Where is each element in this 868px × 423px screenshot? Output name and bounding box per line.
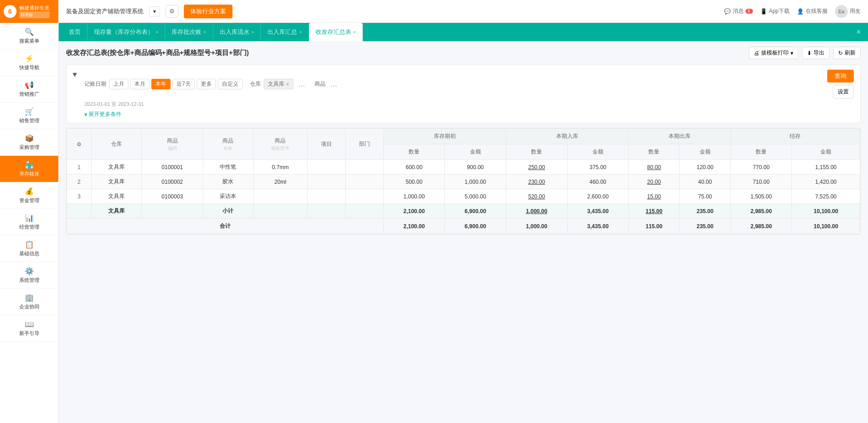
sidebar-item-quick[interactable]: ⚡ 快捷导航 — [0, 49, 58, 76]
row-name: 采访本 — [203, 189, 253, 204]
row-spec: 20ml — [253, 175, 308, 189]
enterprise-icon: 🏢 — [25, 293, 34, 302]
row-name: 中性笔 — [203, 160, 253, 175]
tab-stock-dist-label: 现存量（库存分布表） — [94, 28, 154, 36]
col-group-opening: 库存期初 — [383, 129, 506, 144]
date-btn-custom[interactable]: 自定义 — [218, 79, 243, 89]
date-btn-7days[interactable]: 近7天 — [172, 79, 195, 89]
goods-label: 商品 — [315, 80, 326, 88]
message-badge: 6 — [746, 9, 753, 14]
tab-batch[interactable]: 库存批次账 × — [165, 23, 213, 41]
col-in-qty: 数量 — [506, 144, 568, 160]
col-in-amt: 金额 — [567, 144, 629, 160]
tab-inout-flow[interactable]: 出入库流水 × — [213, 23, 261, 41]
filter-settings-button[interactable]: 设置 — [833, 85, 854, 99]
col-header-warehouse: 仓库 — [91, 129, 142, 160]
sidebar-item-search[interactable]: 🔍 搜索菜单 — [0, 23, 58, 49]
tab-receive-summary-label: 收发存汇总表 — [315, 28, 351, 36]
goods-more[interactable]: … — [328, 80, 339, 88]
settings-icon[interactable]: ⚙ — [166, 5, 178, 18]
tab-batch-close[interactable]: × — [203, 29, 206, 35]
tab-inout-flow-close[interactable]: × — [251, 29, 254, 35]
system-selector[interactable]: ▾ — [149, 6, 160, 16]
tabbar-close-all[interactable]: × — [853, 28, 864, 36]
sidebar-item-sales[interactable]: 🛒 销售管理 — [0, 103, 58, 129]
row-in-amt: 3,435.00 — [567, 204, 629, 219]
date-btn-last-month[interactable]: 上月 — [109, 79, 128, 89]
row-out-qty[interactable]: 80.00 — [629, 160, 680, 175]
tab-stock-dist[interactable]: 现存量（库存分布表） × — [88, 23, 165, 41]
footer-close-qty: 2,985.00 — [730, 219, 792, 234]
print-button[interactable]: 🖨 拔模板打印 ▾ — [749, 47, 798, 59]
tab-receive-summary[interactable]: 收发存汇总表 × — [309, 23, 363, 41]
row-in-qty[interactable]: 230.00 — [506, 175, 568, 189]
warehouse-more[interactable]: … — [296, 80, 307, 88]
query-button[interactable]: 查询 — [827, 70, 854, 82]
date-btn-this-month[interactable]: 本月 — [130, 79, 149, 89]
row-open-qty: 1,000.00 — [383, 189, 445, 204]
row-open-amt: 1,000.00 — [445, 175, 506, 189]
message-icon: 💬 — [724, 8, 731, 15]
row-close-amt: 1,420.00 — [792, 175, 860, 189]
footer-in-amt: 3,435.00 — [567, 219, 629, 234]
sidebar-item-label: 新手引导 — [19, 330, 39, 337]
row-close-qty: 710.00 — [730, 175, 792, 189]
sidebar-item-guide[interactable]: 📖 新手引导 — [0, 315, 58, 342]
col-out-qty: 数量 — [629, 144, 680, 160]
row-out-qty[interactable]: 15.00 — [629, 189, 680, 204]
warehouse-filter: 仓库 文具库 × … — [250, 79, 307, 89]
sidebar-item-label: 快捷导航 — [19, 64, 39, 71]
sidebar-item-marketing[interactable]: 📢 营销推广 — [0, 76, 58, 103]
row-in-qty[interactable]: 250.00 — [506, 160, 568, 175]
sidebar-item-business[interactable]: 📊 经营管理 — [0, 209, 58, 236]
tab-inout-summary[interactable]: 出入库汇总 × — [261, 23, 309, 41]
tab-receive-summary-close[interactable]: × — [353, 29, 356, 35]
row-out-qty[interactable]: 20.00 — [629, 175, 680, 189]
expand-conditions[interactable]: ▾ 展开更多条件 — [84, 110, 854, 118]
topbar: 装备及固定资产辅助管理系统 ▾ ⚙ 体验行业方案 💬 消息 6 📱 App下载 … — [59, 0, 868, 23]
quick-icon: ⚡ — [25, 54, 34, 63]
trial-button[interactable]: 体验行业方案 — [184, 5, 232, 18]
table-settings-icon[interactable]: ⚙ — [67, 129, 92, 160]
row-spec: 0.7mm — [253, 160, 308, 175]
tab-stock-dist-close[interactable]: × — [155, 29, 158, 35]
warehouse-tag: 文具库 × — [264, 79, 293, 89]
user-avatar: Ea — [835, 5, 848, 18]
row-in-qty[interactable]: 1,000.00 — [506, 204, 568, 219]
row-num: 2 — [67, 175, 92, 189]
user-item[interactable]: Ea 用友 — [835, 5, 861, 18]
sidebar-item-inventory[interactable]: 🏪 库存核算 — [0, 156, 58, 182]
warehouse-label: 仓库 — [250, 80, 261, 88]
sidebar-nav: 🔍 搜索菜单 ⚡ 快捷导航 📢 营销推广 🛒 销售管理 📦 采购管理 🏪 库存核… — [0, 23, 58, 423]
row-project — [308, 160, 346, 175]
page-actions: 🖨 拔模板打印 ▾ ⬇ 导出 ↻ 刷新 — [749, 47, 861, 59]
sidebar-item-finance[interactable]: 💰 资金管理 — [0, 182, 58, 209]
refresh-button[interactable]: ↻ 刷新 — [833, 47, 861, 59]
export-button[interactable]: ⬇ 导出 — [802, 47, 829, 59]
message-item[interactable]: 💬 消息 6 — [724, 7, 753, 15]
sidebar-item-base[interactable]: 📋 基础信息 — [0, 236, 58, 262]
row-open-qty: 2,100.00 — [383, 204, 445, 219]
date-buttons: 上月 本月 本年 近7天 更多 自定义 — [109, 79, 243, 89]
tab-home[interactable]: 首页 — [62, 23, 88, 41]
sidebar-item-purchase[interactable]: 📦 采购管理 — [0, 129, 58, 156]
purchase-icon: 📦 — [25, 134, 34, 143]
col-group-out: 本期出库 — [629, 129, 730, 144]
date-btn-this-year[interactable]: 本年 — [151, 79, 171, 89]
service-item[interactable]: 👤 在线客服 — [797, 7, 828, 15]
warehouse-tag-remove[interactable]: × — [286, 81, 289, 88]
sidebar-item-enterprise[interactable]: 🏢 企业协同 — [0, 289, 58, 315]
date-btn-more[interactable]: 更多 — [197, 79, 216, 89]
footer-label: 合计 — [67, 219, 384, 234]
tab-inout-summary-close[interactable]: × — [299, 29, 302, 35]
export-icon: ⬇ — [807, 50, 812, 56]
sidebar-item-system[interactable]: ⚙️ 系统管理 — [0, 262, 58, 289]
row-in-qty[interactable]: 520.00 — [506, 189, 568, 204]
topbar-right: 💬 消息 6 📱 App下载 👤 在线客服 Ea 用友 — [724, 5, 861, 18]
app-label: App下载 — [769, 7, 790, 15]
app-download-item[interactable]: 📱 App下载 — [760, 7, 790, 15]
row-close-qty: 1,505.00 — [730, 189, 792, 204]
col-header-code: 商品编码 — [142, 129, 203, 160]
filter-collapse-icon[interactable]: ▶ — [72, 73, 78, 77]
row-out-qty[interactable]: 115.00 — [629, 204, 680, 219]
